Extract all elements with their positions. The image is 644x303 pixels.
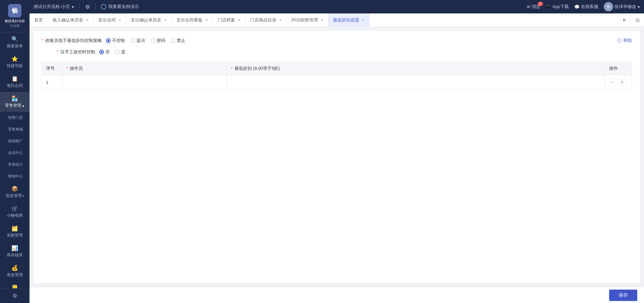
topbar-settings-icon: ⚙ <box>85 4 90 10</box>
tab-payment-contract-board[interactable]: 支出合同看板 ✕ <box>172 13 213 27</box>
sidebar-label-purchase-mgmt: 采购管理 <box>7 233 23 238</box>
topbar-user-profile[interactable]: 徐 徐泽华修改 ▾ <box>604 2 640 11</box>
tab-min-discount-settings[interactable]: 最低折扣设置 ✕ <box>328 13 370 27</box>
sidebar-item-purchase-mgmt[interactable]: 🗂️ 采购管理 <box>0 222 30 242</box>
topbar-app-download-button[interactable]: 📱 App下载 <box>546 4 569 10</box>
topbar-demo-button[interactable]: 我要看实例演示 <box>101 4 139 10</box>
tab-close-all-button[interactable]: ✕ <box>617 13 631 27</box>
radio-manual-no[interactable]: 否 <box>99 49 110 55</box>
sidebar-item-wholesale-mgmt[interactable]: 📦 批发管理 ▾ <box>0 182 30 202</box>
sidebar-label-retail-mall: 零售商城 <box>8 127 23 132</box>
main-area: 测试分开流程-小贝 ▾ ⚙ 我要看实例演示 ✉ 消息 8 📱 App下载 💬 在… <box>30 0 644 303</box>
tab-min-discount-settings-close[interactable]: ✕ <box>362 18 365 22</box>
sidebar-item-retail-mgmt[interactable]: 🏪 零售管理 ▲ <box>0 92 30 112</box>
tab-pos-password-mgmt-close[interactable]: ✕ <box>321 18 323 22</box>
fund-mgmt-icon: 💰 <box>11 265 18 271</box>
topbar-message-badge: 8 <box>538 2 543 6</box>
topbar-message-button[interactable]: ✉ 消息 8 <box>527 4 540 10</box>
sidebar-item-search-menu[interactable]: 🔍 搜索菜单 <box>0 33 30 52</box>
topbar-project-name: 测试分开流程-小贝 <box>34 4 70 10</box>
tab-payment-confirm-history-close[interactable]: ✕ <box>164 18 167 22</box>
topbar-right-area: ✉ 消息 8 📱 App下载 💬 在线客服 徐 徐泽华修改 ▾ <box>527 2 640 11</box>
radio-manual-no-input[interactable] <box>99 50 104 54</box>
app-version: 专业版 <box>10 23 20 28</box>
topbar-divider-1 <box>79 3 80 10</box>
sidebar-item-fund-mgmt[interactable]: 💰 资金管理 <box>0 261 30 281</box>
topbar-user-name: 徐泽华修改 <box>614 4 636 10</box>
help-button[interactable]: ⓘ 帮助 <box>618 38 632 44</box>
radio-forbid-input[interactable] <box>171 38 175 43</box>
sidebar-label-search-menu: 搜索菜单 <box>7 43 23 49</box>
table-row: 1 ✏ 🗑 <box>42 75 632 90</box>
tab-income-confirm-history-close[interactable]: ✕ <box>86 18 89 22</box>
col-header-operator: * 操作员 <box>62 62 227 75</box>
topbar-demo-label: 我要看实例演示 <box>108 4 139 10</box>
tab-payment-contract-board-close[interactable]: ✕ <box>205 18 208 22</box>
sidebar: 畅 畅捷通好业财 专业版 🔍 搜索菜单 ⭐ 快捷导航 📋 项目合同 🏪 零售管理… <box>0 0 30 303</box>
sidebar-item-inventory-calc[interactable]: 📊 库存核算 <box>0 242 30 261</box>
sidebar-item-smart-store[interactable]: 智慧门店 <box>0 112 30 123</box>
tab-payment-contract-close[interactable]: ✕ <box>118 18 121 22</box>
topbar-online-service-button[interactable]: 💬 在线客服 <box>574 4 598 10</box>
manual-price-required-mark: * <box>57 49 58 54</box>
tab-home[interactable]: 首页 <box>30 13 48 27</box>
topbar-online-service-label: 在线客服 <box>581 4 598 10</box>
save-button[interactable]: 保存 <box>609 290 637 301</box>
radio-password[interactable]: 密码 <box>151 38 165 44</box>
tab-store-product-catalog[interactable]: 门店商品目录 ✕ <box>246 13 287 27</box>
radio-manual-yes[interactable]: 是 <box>115 49 125 55</box>
app-name: 畅捷通好业财 <box>5 19 25 23</box>
tab-payment-contract-label: 支出合同 <box>98 17 116 23</box>
sidebar-item-help-center[interactable]: 帮助中心 <box>0 170 30 182</box>
tab-income-confirm-history[interactable]: 收入确认单历史 ✕ <box>48 13 94 27</box>
radio-manual-yes-input[interactable] <box>115 50 120 54</box>
tab-pos-password-mgmt[interactable]: POS加密管理 ✕ <box>287 13 328 27</box>
action-delete-button[interactable]: 🗑 <box>619 79 626 86</box>
sidebar-item-quick-nav[interactable]: ⭐ 快捷导航 <box>0 52 30 72</box>
sidebar-label-help-center: 帮助中心 <box>8 174 23 179</box>
sidebar-item-retail-mall[interactable]: 零售商城 <box>0 123 30 135</box>
radio-hint-input[interactable] <box>130 38 135 43</box>
tab-pos-password-mgmt-label: POS加密管理 <box>291 17 318 23</box>
radio-forbid[interactable]: 禁止 <box>171 38 185 44</box>
radio-password-input[interactable] <box>151 38 155 43</box>
wholesale-expand-icon: ▾ <box>22 194 24 198</box>
topbar-app-download-label: App下载 <box>552 4 569 10</box>
topbar-settings-button[interactable]: ⚙ <box>85 4 90 10</box>
sidebar-item-retail-stats[interactable]: 零售统计 <box>0 159 30 170</box>
col-header-min-discount: * 最低折扣 (9.00等于9折) <box>227 62 605 75</box>
radio-no-control[interactable]: 不控制 <box>106 38 125 44</box>
discount-policy-label: * 收银员低于最低折扣控制策略 <box>42 38 102 44</box>
tab-store-product-catalog-close[interactable]: ✕ <box>279 18 282 22</box>
tab-store-file-close[interactable]: ✕ <box>238 18 240 22</box>
manual-price-label: * 仅手工改价时控制 <box>42 49 95 55</box>
tab-more-button[interactable]: ⊡ <box>631 13 644 27</box>
action-edit-button[interactable]: ✏ <box>609 79 616 86</box>
cell-seq: 1 <box>42 75 62 90</box>
operator-required-mark: * <box>66 66 68 71</box>
topbar-user-dropdown-icon: ▾ <box>638 4 640 9</box>
sidebar-item-member-center[interactable]: 会员中心 <box>0 147 30 159</box>
sidebar-item-ecommerce[interactable]: 🛒 小畅电商 <box>0 202 30 222</box>
radio-hint-label: 提示 <box>137 38 145 44</box>
tab-payment-confirm-history[interactable]: 支出确认单历史 ✕ <box>126 13 172 27</box>
radio-manual-yes-label: 是 <box>121 49 125 55</box>
tab-actions: ✕ ⊡ <box>617 13 644 27</box>
sidebar-settings-button[interactable]: ⚙ <box>0 288 30 303</box>
sidebar-item-project-contract[interactable]: 📋 项目合同 <box>0 72 30 92</box>
sidebar-label-member-center: 会员中心 <box>8 150 23 155</box>
sidebar-item-accounting[interactable]: 📒 总账管理 <box>0 281 30 288</box>
col-header-seq: 序号 <box>42 62 62 75</box>
tab-close-all-icon: ✕ <box>622 17 626 23</box>
radio-hint[interactable]: 提示 <box>130 38 145 44</box>
radio-forbid-label: 禁止 <box>177 38 185 44</box>
tab-store-file[interactable]: 门店档案 ✕ <box>213 13 246 27</box>
sidebar-item-marketing-promo[interactable]: 营销推广 <box>0 135 30 147</box>
tab-income-confirm-history-label: 收入确认单历史 <box>53 17 83 23</box>
radio-manual-no-label: 否 <box>105 49 110 55</box>
sidebar-logo: 畅 畅捷通好业财 专业版 <box>0 0 30 33</box>
radio-no-control-input[interactable] <box>106 38 111 43</box>
accounting-icon: 📒 <box>11 285 18 288</box>
tab-payment-contract[interactable]: 支出合同 ✕ <box>94 13 126 27</box>
topbar-project-selector[interactable]: 测试分开流程-小贝 ▾ <box>34 4 74 10</box>
